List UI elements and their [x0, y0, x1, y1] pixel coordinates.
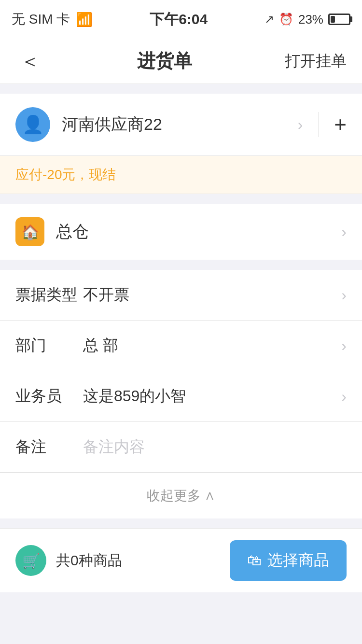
notice-text: 应付-20元，现结: [15, 167, 116, 182]
remaining-background: [0, 592, 362, 644]
battery-icon: [328, 14, 350, 25]
warehouse-icon-bg: 🏠: [15, 217, 44, 246]
wifi-icon: 📶: [76, 12, 93, 28]
section-divider-4: [0, 518, 362, 528]
supplier-avatar: 👤: [15, 107, 50, 142]
department-chevron: ›: [341, 337, 347, 355]
location-icon: ↗: [265, 13, 274, 26]
battery-percent: 23%: [298, 12, 323, 27]
section-divider-3: [0, 260, 362, 270]
cart-icon-bg: 🛒: [15, 545, 46, 576]
select-products-button[interactable]: 🛍 选择商品: [230, 540, 347, 581]
form-section: 票据类型 不开票 › 部门 总 部 › 业务员 这是859的小智 › 备注 备注…: [0, 270, 362, 518]
invoice-type-value: 不开票: [83, 284, 334, 306]
department-value: 总 部: [83, 335, 334, 356]
invoice-type-row[interactable]: 票据类型 不开票 ›: [0, 270, 362, 321]
invoice-type-label: 票据类型: [15, 284, 83, 306]
section-divider-1: [0, 84, 362, 94]
invoice-type-chevron: ›: [341, 286, 347, 304]
salesperson-row[interactable]: 业务员 这是859的小智 ›: [0, 371, 362, 422]
supplier-avatar-icon: 👤: [22, 114, 44, 135]
department-label: 部门: [15, 335, 83, 356]
collapse-row[interactable]: 收起更多 ∧: [0, 473, 362, 518]
status-left: 无 SIM 卡 📶: [12, 10, 93, 28]
salesperson-value: 这是859的小智: [83, 386, 334, 407]
products-count: 共0种商品: [56, 551, 230, 571]
notice-banner: 应付-20元，现结: [0, 156, 362, 194]
warehouse-section: 🏠 总仓 ›: [0, 204, 362, 260]
section-divider-2: [0, 194, 362, 204]
warehouse-name: 总仓: [56, 221, 341, 243]
supplier-section: 👤 河南供应商22 › + 应付-20元，现结: [0, 94, 362, 194]
salesperson-chevron: ›: [341, 388, 347, 406]
select-btn-label: 选择商品: [267, 550, 329, 571]
supplier-divider: [318, 112, 319, 137]
warehouse-chevron-icon: ›: [341, 223, 347, 241]
status-right: ↗ ⏰ 23%: [265, 12, 350, 27]
open-pending-button[interactable]: 打开挂单: [285, 51, 347, 72]
add-icon[interactable]: +: [334, 112, 347, 137]
status-bar: 无 SIM 卡 📶 下午6:04 ↗ ⏰ 23%: [0, 0, 362, 39]
products-bar: 🛒 共0种商品 🛍 选择商品: [0, 528, 362, 592]
back-button[interactable]: ＜: [15, 43, 44, 79]
carrier-label: 无 SIM 卡: [12, 10, 70, 28]
supplier-actions: › +: [298, 112, 347, 137]
status-time: 下午6:04: [150, 10, 208, 29]
supplier-chevron-icon: ›: [298, 116, 303, 134]
salesperson-label: 业务员: [15, 386, 83, 407]
supplier-name: 河南供应商22: [62, 113, 298, 136]
remark-row[interactable]: 备注 备注内容: [0, 422, 362, 473]
warehouse-icon: 🏠: [21, 224, 39, 240]
remark-label: 备注: [15, 436, 83, 458]
warehouse-row[interactable]: 🏠 总仓 ›: [0, 204, 362, 260]
department-row[interactable]: 部门 总 部 ›: [0, 321, 362, 371]
collapse-label: 收起更多 ∧: [147, 487, 216, 505]
nav-bar: ＜ 进货单 打开挂单: [0, 39, 362, 84]
alarm-icon: ⏰: [279, 13, 293, 26]
select-btn-icon: 🛍: [247, 552, 262, 569]
remark-placeholder: 备注内容: [83, 436, 347, 458]
supplier-row[interactable]: 👤 河南供应商22 › +: [0, 94, 362, 156]
page-title: 进货单: [137, 49, 192, 73]
cart-icon: 🛒: [22, 552, 40, 569]
